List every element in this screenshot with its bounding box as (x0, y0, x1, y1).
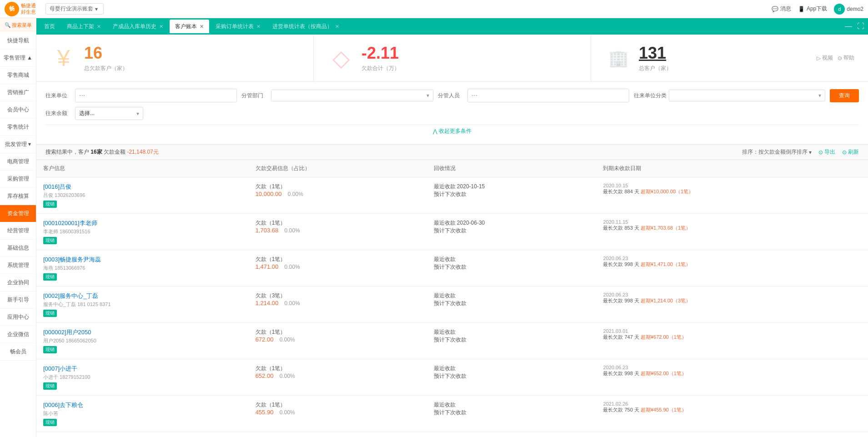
search-button[interactable]: 查询 (830, 89, 859, 102)
cell-collection-6: 最近收款 预计下次收款 (427, 396, 597, 432)
overdue-amount-1[interactable]: 超期¥1,703.68（1笔） (641, 225, 691, 231)
total-customers-number[interactable]: 131 (639, 44, 672, 63)
from-unit-input[interactable]: ··· (75, 89, 237, 102)
cell-debt-2: 欠款（1笔） 1,471.00 0.00% (249, 250, 427, 286)
sidebar-item-huiyuan[interactable]: 会员中心 (0, 101, 36, 119)
tab-purchase-stats-close[interactable]: ✕ (335, 24, 339, 30)
table-row: [0007]小进干 小进干 18279152100 现销 欠款（1笔） 652.… (36, 359, 868, 396)
message-btn[interactable]: 💬 消息 (772, 5, 791, 13)
building-icon: 🏢 (605, 45, 632, 72)
filter-row-1: 往来单位 ··· 分管部门 ▾ (45, 89, 859, 102)
debt-percent-4: 0.00% (280, 337, 295, 343)
unit-class-chevron-icon: ▾ (818, 92, 821, 99)
app-download-btn[interactable]: 📱 App下载 (798, 5, 827, 13)
results-bar: 搜索结果中，客户 16家 欠款金额 -21,148.07元 排序：按欠款金额倒序… (36, 145, 868, 160)
debt-amount-4[interactable]: 672.00 (256, 336, 274, 343)
sidebar-item-caigou[interactable]: 采购管理 (0, 171, 36, 188)
tab-customer-account[interactable]: 客户账本 ✕ (170, 20, 209, 33)
collapse-filter-btn[interactable]: ⋀ 收起更多条件 (45, 125, 859, 137)
table-row: [000002]用户2050 用户2050 18665062050 现销 欠款（… (36, 323, 868, 359)
debt-amount-0[interactable]: 10,000.00 (256, 191, 282, 197)
tab-customer-account-close[interactable]: ✕ (200, 24, 204, 30)
manager-input[interactable]: ··· (467, 89, 629, 102)
sidebar-item-xinshou[interactable]: 新手引导 (0, 291, 36, 309)
tab-purchase-order[interactable]: 采购订单统计表 ✕ (210, 20, 266, 33)
sidebar-item-qiye[interactable]: 企业协同 (0, 274, 36, 291)
video-help-btn[interactable]: ▷ 视频 (817, 54, 833, 62)
due-date-5: 2020.06.23 (603, 365, 861, 370)
customer-name-3[interactable]: [0002]服务中心_丁磊 (43, 292, 242, 300)
customer-tag-1: 现销 (43, 237, 57, 244)
debt-amount-6[interactable]: 455.90 (256, 409, 274, 416)
customer-name-2[interactable]: [0003]畅捷服务尹海蕊 (43, 256, 242, 264)
sidebar-item-tongji[interactable]: 零售统计 (0, 119, 36, 136)
sidebar-item-zijin[interactable]: 资金管理 (0, 205, 36, 222)
debt-amount-1[interactable]: 1,703.68 (256, 227, 279, 234)
unit-class-label: 往来单位分类 (634, 92, 667, 100)
customer-contact-4: 用户2050 18665062050 (43, 337, 242, 344)
user-avatar[interactable]: d demo2 (834, 4, 863, 15)
tab-goods[interactable]: 商品上下架 ✕ (61, 20, 106, 33)
customer-name-5[interactable]: [0007]小进干 (43, 365, 242, 373)
overdue-amount-0[interactable]: 超期¥10,000.00（1笔） (641, 189, 693, 194)
customer-name-6[interactable]: [0006]去下粮仓 (43, 401, 242, 409)
stat-card-total-debt: ◇ -2.11 欠款合计（万） (314, 35, 591, 81)
overdue-amount-4[interactable]: 超期¥672.00（1笔） (641, 334, 687, 340)
overdue-amount-6[interactable]: 超期¥455.90（1笔） (641, 407, 687, 412)
diamond-icon: ◇ (327, 45, 355, 72)
overdue-days-2: 最长欠款 998 天 (603, 261, 641, 267)
tab-maximize-btn[interactable]: ⛶ (856, 21, 866, 32)
tab-production-close[interactable]: ✕ (159, 24, 163, 30)
tab-goods-close[interactable]: ✕ (97, 24, 101, 30)
customer-name-1[interactable]: [0001020001]李老师 (43, 219, 242, 227)
tab-minimize-btn[interactable]: — (843, 21, 853, 32)
overdue-amount-3[interactable]: 超期¥1,214.00（3笔） (641, 298, 691, 303)
chevron-icon: ▲ (27, 55, 32, 61)
chevron-down-icon: ▾ (95, 6, 98, 12)
sidebar-item-yingxiao[interactable]: 营销推广 (0, 84, 36, 101)
sidebar-item-pifa[interactable]: 批发管理 ▾ (0, 136, 36, 153)
sidebar-item-qiyeweixin[interactable]: 企业微信 (0, 326, 36, 343)
overdue-customers-number[interactable]: 16 (84, 44, 128, 63)
export-btn[interactable]: ⊙ 导出 (818, 148, 835, 156)
sidebar-item-kuaijie[interactable]: 快捷导航 (0, 32, 36, 50)
balance-select[interactable]: 选择... ▾ (75, 107, 143, 120)
overdue-amount-5[interactable]: 超期¥652.00（1笔） (641, 371, 687, 376)
latest-collect-5: 最近收款 (434, 365, 590, 372)
refresh-btn[interactable]: ⊙ 刷新 (842, 148, 859, 156)
sidebar-item-dianshang[interactable]: 电商管理 (0, 153, 36, 171)
debt-label-0: 欠款（1笔） (256, 183, 420, 191)
dept-select[interactable]: ▾ (271, 90, 433, 101)
customer-name-4[interactable]: [000002]用户2050 (43, 328, 242, 337)
sidebar-item-changhui[interactable]: 畅会员 (0, 343, 36, 361)
debt-amount-3[interactable]: 1,214.00 (256, 300, 279, 306)
logo-area: 畅 畅捷通 好生意 (5, 2, 41, 16)
search-icon: 🔍 (5, 22, 11, 28)
sidebar-search-area[interactable]: 🔍 搜索菜单 (0, 18, 36, 32)
stat-card-total-customers: 🏢 131 总客户（家） ▷ 视频 ⊙ 帮助 (591, 35, 868, 81)
search-menu-btn[interactable]: 🔍 搜索菜单 (5, 22, 32, 29)
customer-tag-2: 现销 (43, 273, 57, 281)
sort-select[interactable]: 排序：按欠款金额倒序排序 ▾ (742, 148, 812, 156)
overdue-amount-2[interactable]: 超期¥1,471.00（1笔） (641, 261, 691, 267)
sidebar-item-kucun[interactable]: 库存核算 (0, 188, 36, 205)
customer-name-0[interactable]: [0016]吕俊 (43, 183, 242, 191)
sidebar-item-shangcheng[interactable]: 零售商城 (0, 67, 36, 84)
cell-debt-1: 欠款（1笔） 1,703.68 0.00% (249, 214, 427, 250)
sidebar-item-yingyong[interactable]: 应用中心 (0, 309, 36, 326)
debt-label-1: 欠款（1笔） (256, 219, 420, 227)
sidebar-item-xitong[interactable]: 系统管理 (0, 257, 36, 274)
sidebar-item-jingying[interactable]: 经营管理 (0, 222, 36, 240)
tab-purchase-stats[interactable]: 进货单统计表（按商品） ✕ (267, 20, 345, 33)
sidebar-item-jichu[interactable]: 基础信息 (0, 240, 36, 257)
filter-area: 往来单位 ··· 分管部门 ▾ (36, 82, 868, 145)
tab-home[interactable]: 首页 (39, 20, 60, 33)
debt-amount-5[interactable]: 652.00 (256, 372, 274, 379)
guide-help-btn[interactable]: ⊙ 帮助 (838, 54, 854, 62)
tab-production[interactable]: 产成品入库单历史 ✕ (107, 20, 169, 33)
unit-class-select[interactable]: ▾ (669, 90, 825, 101)
sidebar-item-lingshou[interactable]: 零售管理 ▲ (0, 50, 36, 67)
tab-purchase-order-close[interactable]: ✕ (256, 24, 261, 30)
debt-amount-2[interactable]: 1,471.00 (256, 263, 279, 270)
store-selector[interactable]: 母婴行业演示账套 ▾ (45, 3, 104, 15)
